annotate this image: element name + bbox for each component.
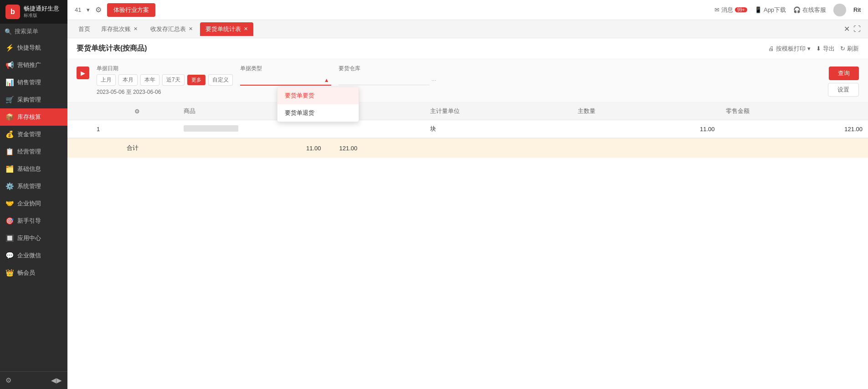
- warehouse-filter-group: 要货仓库 ···: [339, 65, 437, 85]
- sidebar-footer: ⚙ ◀▶: [0, 371, 67, 389]
- dropdown-item-order-goods[interactable]: 要货单要货: [277, 87, 359, 104]
- date-filter-options: 上月 本月 本年 近7天 更多 自定义: [97, 74, 233, 86]
- tab-batch-accounts[interactable]: 库存批次账 ✕: [96, 22, 143, 36]
- purchase-icon: 🛒: [5, 96, 14, 104]
- query-button[interactable]: 查询: [829, 67, 859, 80]
- apps-icon: 🔲: [5, 234, 14, 242]
- sidebar-item-guide[interactable]: 🎯 新手引导: [0, 212, 67, 230]
- topbar: 41 ▾ ⚙ 体验行业方案 ✉ 消息 99+ 📱 App下载 🎧 在线客服 Ri…: [67, 0, 868, 20]
- date-btn-this-month[interactable]: 本月: [118, 74, 138, 86]
- type-filter-label: 单据类型: [240, 65, 331, 72]
- sidebar: b 畅捷通好生意 标准版 🔍 搜索菜单 ⚡ 快捷导航 📢 营销推广 📊 销售管理…: [0, 0, 67, 389]
- date-btn-7days[interactable]: 近7天: [162, 74, 185, 86]
- cell-product: [178, 120, 425, 138]
- guide-icon: 🎯: [5, 217, 14, 225]
- cell-unit: 块: [425, 120, 572, 138]
- refresh-button[interactable]: ↻ 刷新: [840, 45, 859, 53]
- filter-actions: 查询 设置: [828, 67, 859, 97]
- app-download-button[interactable]: 📱 App下载: [755, 6, 786, 14]
- operations-icon: 📋: [5, 148, 14, 156]
- date-btn-this-year[interactable]: 本年: [140, 74, 159, 86]
- sidebar-item-enterprise[interactable]: 🤝 企业协同: [0, 195, 67, 212]
- warehouse-filter-label: 要货仓库: [339, 65, 437, 72]
- sidebar-logo: b 畅捷通好生意 标准版: [0, 0, 67, 24]
- warehouse-select-input[interactable]: [339, 74, 430, 85]
- tabs-close-all-icon[interactable]: ✕: [844, 25, 850, 33]
- message-icon: ✉: [714, 6, 719, 13]
- search-menu[interactable]: 🔍 搜索菜单: [0, 24, 67, 39]
- refresh-icon: ↻: [840, 45, 845, 52]
- username: Rit: [853, 6, 861, 13]
- online-service-button[interactable]: 🎧 在线客服: [793, 6, 826, 14]
- col-header-num: [67, 102, 129, 120]
- sidebar-item-apps[interactable]: 🔲 应用中心: [0, 230, 67, 247]
- sidebar-item-marketing[interactable]: 📢 营销推广: [0, 56, 67, 74]
- logo-icon: b: [5, 5, 20, 19]
- tab-collect-summary[interactable]: 收发存汇总表 ✕: [145, 22, 198, 36]
- date-filter-group: 单据日期 上月 本月 本年 近7天 更多 自定义 2023-05-06 至 20…: [97, 65, 233, 96]
- warehouse-dots-icon[interactable]: ···: [431, 77, 437, 83]
- sidebar-item-finance[interactable]: 💰 资金管理: [0, 126, 67, 143]
- filter-expand-button[interactable]: ▶: [77, 67, 89, 79]
- quick-nav-icon: ⚡: [5, 44, 14, 52]
- print-icon: 🖨: [768, 45, 774, 52]
- notification-button[interactable]: ✉ 消息 99+: [714, 6, 747, 14]
- dropdown-item-order-return[interactable]: 要货单退货: [277, 104, 359, 122]
- finance-icon: 💰: [5, 130, 14, 138]
- trial-button[interactable]: 体验行业方案: [107, 3, 155, 17]
- date-btn-more[interactable]: 更多: [187, 75, 205, 85]
- sidebar-item-purchase[interactable]: 🛒 采购管理: [0, 91, 67, 108]
- tab-order-stats[interactable]: 要货单统计表 ✕: [200, 22, 253, 36]
- sales-icon: 📊: [5, 78, 14, 87]
- col-header-amount: 零售金额: [720, 102, 868, 120]
- export-button[interactable]: ⬇ 导出: [816, 45, 835, 53]
- page-header: 要货单统计表(按商品) 🖨 按模板打印 ▾ ⬇ 导出 ↻ 刷新: [67, 38, 868, 59]
- print-chevron-icon: ▾: [807, 45, 811, 52]
- type-select-input[interactable]: [240, 74, 331, 86]
- cell-settings[interactable]: [129, 120, 178, 138]
- footer-label: 合计: [127, 144, 139, 152]
- tab-count: 41: [75, 6, 81, 13]
- tabs-bar-right: ✕ ⛶: [844, 25, 861, 33]
- sidebar-item-sales[interactable]: 📊 销售管理: [0, 74, 67, 91]
- topbar-left: 41 ▾ ⚙ 体验行业方案: [75, 3, 155, 17]
- date-btn-custom[interactable]: 自定义: [208, 74, 233, 86]
- data-table: ⚙ 商品 主计量单位 主数量 零售金额 1: [67, 102, 868, 138]
- tab-dropdown-chevron[interactable]: ▾: [87, 6, 90, 13]
- page-content: 要货单统计表(按商品) 🖨 按模板打印 ▾ ⬇ 导出 ↻ 刷新 ▶: [67, 38, 868, 389]
- date-filter-label: 单据日期: [97, 65, 233, 72]
- sidebar-item-inventory[interactable]: 📦 库存核算: [0, 108, 67, 126]
- table-wrapper: ⚙ 商品 主计量单位 主数量 零售金额 1: [67, 102, 868, 138]
- col-header-settings[interactable]: ⚙: [129, 102, 178, 120]
- sidebar-item-wechat[interactable]: 💬 企业微信: [0, 247, 67, 264]
- notification-badge: 99+: [735, 7, 747, 12]
- sidebar-item-basic[interactable]: 🗂️ 基础信息: [0, 160, 67, 178]
- settings-footer-icon[interactable]: ⚙: [5, 376, 11, 384]
- type-dropdown-menu: 要货单要货 要货单退货: [277, 87, 359, 122]
- tab-home[interactable]: 首页: [75, 22, 94, 36]
- type-chevron-icon[interactable]: ▲: [324, 77, 329, 83]
- tabs-expand-icon[interactable]: ⛶: [853, 25, 861, 33]
- tab-close-batch-accounts[interactable]: ✕: [134, 26, 138, 32]
- collapse-icon[interactable]: ◀▶: [51, 376, 62, 384]
- sidebar-item-member[interactable]: 👑 畅会员: [0, 264, 67, 282]
- search-icon: 🔍: [5, 28, 12, 35]
- sidebar-item-operations[interactable]: 📋 经营管理: [0, 143, 67, 160]
- tab-close-collect-summary[interactable]: ✕: [189, 26, 193, 32]
- topbar-gear-icon[interactable]: ⚙: [95, 5, 102, 14]
- sidebar-item-quick-nav[interactable]: ⚡ 快捷导航: [0, 39, 67, 56]
- phone-icon: 📱: [755, 6, 762, 13]
- user-avatar[interactable]: [833, 4, 846, 16]
- member-icon: 👑: [5, 269, 14, 277]
- sidebar-item-system[interactable]: ⚙️ 系统管理: [0, 178, 67, 195]
- table-settings-icon[interactable]: ⚙: [134, 108, 140, 115]
- inventory-icon: 📦: [5, 113, 14, 121]
- footer-qty: 11.00: [306, 145, 321, 152]
- tab-close-order-stats[interactable]: ✕: [244, 26, 248, 32]
- print-button[interactable]: 🖨 按模板打印 ▾: [768, 45, 811, 53]
- topbar-right: ✉ 消息 99+ 📱 App下载 🎧 在线客服 Rit: [714, 4, 861, 16]
- date-btn-last-month[interactable]: 上月: [97, 74, 116, 86]
- export-icon: ⬇: [816, 45, 821, 52]
- headset-icon: 🎧: [793, 6, 801, 13]
- filter-settings-button[interactable]: 设置: [828, 83, 859, 97]
